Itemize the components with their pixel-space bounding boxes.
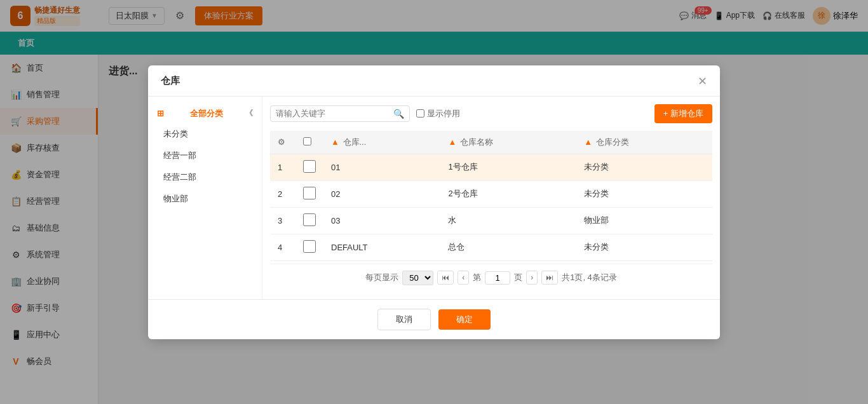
sort-name-icon: ▲ bbox=[448, 137, 456, 147]
row-code-4: DEFAULT bbox=[323, 234, 440, 260]
row-code-2: 02 bbox=[323, 180, 440, 207]
row-checkbox-1[interactable] bbox=[303, 160, 316, 173]
row-checkbox-3[interactable] bbox=[303, 213, 316, 226]
last-page-button[interactable]: ⏭ bbox=[541, 271, 558, 285]
category-operations2[interactable]: 经营二部 bbox=[148, 166, 262, 188]
search-input[interactable] bbox=[276, 109, 393, 118]
row-category-3: 物业部 bbox=[576, 207, 712, 234]
row-checkbox-2[interactable] bbox=[303, 187, 316, 199]
th-code: ▲ 仓库... bbox=[323, 131, 440, 154]
per-page-select[interactable]: 50 bbox=[402, 271, 433, 285]
row-category-4: 未分类 bbox=[576, 234, 712, 260]
row-name-4: 总仓 bbox=[440, 234, 576, 260]
sort-up-icon: ▲ bbox=[331, 137, 339, 147]
cancel-button[interactable]: 取消 bbox=[377, 309, 431, 330]
row-code-1: 01 bbox=[323, 154, 440, 180]
modal-header: 仓库 ✕ bbox=[148, 65, 720, 97]
row-name-3: 水 bbox=[440, 207, 576, 234]
row-category-2: 未分类 bbox=[576, 180, 712, 207]
category-property[interactable]: 物业部 bbox=[148, 188, 262, 210]
row-gear-3: 3 bbox=[270, 207, 295, 234]
next-page-button[interactable]: › bbox=[526, 271, 538, 285]
search-box: 🔍 bbox=[270, 105, 410, 122]
content-panel: 🔍 显示停用 + 新增仓库 ⚙ bbox=[262, 97, 720, 299]
th-checkbox bbox=[295, 131, 323, 154]
table-row[interactable]: 2 02 2号仓库 未分类 bbox=[270, 180, 712, 207]
prev-page-button[interactable]: ‹ bbox=[458, 271, 469, 285]
search-icon: 🔍 bbox=[393, 109, 404, 119]
page-label-suffix: 页 bbox=[514, 272, 522, 283]
category-panel: ⊞ 全部分类 《 未分类 经营一部 经营二部 物业部 bbox=[148, 97, 262, 299]
row-gear-1: 1 bbox=[270, 154, 295, 180]
category-unclassified[interactable]: 未分类 bbox=[148, 123, 262, 145]
row-category-1: 未分类 bbox=[576, 154, 712, 180]
modal-body: ⊞ 全部分类 《 未分类 经营一部 经营二部 物业部 🔍 bbox=[148, 97, 720, 299]
page-label-prefix: 第 bbox=[473, 272, 481, 283]
row-gear-4: 4 bbox=[270, 234, 295, 260]
row-name-1: 1号仓库 bbox=[440, 154, 576, 180]
row-gear-2: 2 bbox=[270, 180, 295, 207]
show-disabled-checkbox[interactable] bbox=[416, 109, 424, 118]
first-page-button[interactable]: ⏮ bbox=[437, 271, 454, 285]
select-all-checkbox[interactable] bbox=[303, 137, 311, 145]
add-warehouse-button[interactable]: + 新增仓库 bbox=[654, 104, 712, 123]
th-gear: ⚙ bbox=[270, 131, 295, 154]
modal-overlay[interactable]: 仓库 ✕ ⊞ 全部分类 《 未分类 经营一部 经营二部 物业部 bbox=[0, 0, 868, 404]
th-category: ▲ 仓库分类 bbox=[576, 131, 712, 154]
modal-title: 仓库 bbox=[161, 75, 180, 87]
total-info: 共1页, 4条记录 bbox=[562, 272, 617, 283]
show-disabled-toggle[interactable]: 显示停用 bbox=[416, 108, 460, 119]
warehouse-table: ⚙ ▲ 仓库... ▲ 仓库名称 bbox=[270, 131, 712, 261]
table-row[interactable]: 1 01 1号仓库 未分类 bbox=[270, 154, 712, 180]
collapse-button[interactable]: 《 bbox=[245, 108, 253, 119]
th-name: ▲ 仓库名称 bbox=[440, 131, 576, 154]
page-number-input[interactable]: 1 bbox=[485, 271, 510, 285]
confirm-button[interactable]: 确定 bbox=[438, 309, 491, 330]
grid-icon: ⊞ bbox=[157, 109, 164, 118]
row-name-2: 2号仓库 bbox=[440, 180, 576, 207]
category-operations1[interactable]: 经营一部 bbox=[148, 145, 262, 166]
sort-cat-icon: ▲ bbox=[584, 137, 592, 147]
row-checkbox-4[interactable] bbox=[303, 240, 316, 253]
all-category-item[interactable]: ⊞ 全部分类 《 bbox=[148, 104, 262, 123]
warehouse-modal: 仓库 ✕ ⊞ 全部分类 《 未分类 经营一部 经营二部 物业部 bbox=[148, 65, 720, 339]
warehouse-table-wrap: ⚙ ▲ 仓库... ▲ 仓库名称 bbox=[270, 131, 712, 261]
modal-close-button[interactable]: ✕ bbox=[698, 74, 707, 88]
modal-footer: 取消 确定 bbox=[148, 299, 720, 339]
settings-col-icon: ⚙ bbox=[278, 137, 285, 147]
toolbar: 🔍 显示停用 + 新增仓库 bbox=[270, 104, 712, 123]
pagination: 每页显示 50 ⏮ ‹ 第 1 页 › ⏭ 共1页, 4条记录 bbox=[270, 264, 712, 292]
table-row[interactable]: 4 DEFAULT 总仓 未分类 bbox=[270, 234, 712, 260]
table-row[interactable]: 3 03 水 物业部 bbox=[270, 207, 712, 234]
row-code-3: 03 bbox=[323, 207, 440, 234]
